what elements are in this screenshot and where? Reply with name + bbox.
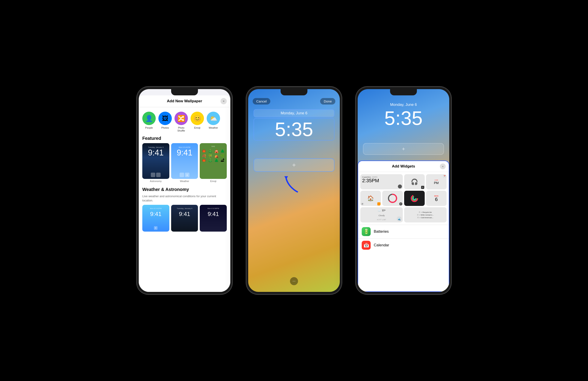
option-weather[interactable]: ⛅ Weather	[207, 112, 220, 132]
people-icon: 👤	[142, 112, 156, 125]
fitness-widget[interactable]: ⏱	[382, 191, 403, 206]
cal-month: 2:00	[435, 179, 438, 181]
aw-close-icon: ×	[442, 165, 444, 168]
weather-temp: 77°	[382, 209, 386, 212]
shuffle-icon: 🔀	[174, 112, 188, 125]
preview-clock-astro: 9:41	[142, 148, 169, 158]
home-icon: 🏠	[367, 195, 374, 201]
weather-small-widget[interactable]: ☁️ 77° Cloudy H:77° L:60° 🌊	[360, 207, 403, 222]
calendar-widget[interactable]: 2:00 PM 📅	[426, 174, 447, 189]
widgets-grid: Cupertino -3HRS 2:35PM 🎧 ⏱ 2:00 PM 📅	[358, 172, 449, 225]
add-widgets-title: Add Widgets	[392, 164, 415, 169]
cal-6: 6	[435, 197, 438, 202]
option-photos-label: Photos	[161, 126, 169, 129]
calendar-app-label: Calendar	[374, 243, 389, 247]
add-widgets-header: Add Widgets ×	[358, 161, 449, 172]
photos-icon: 🖼	[158, 112, 172, 125]
calendar-app-icon: 📅	[362, 241, 371, 250]
batteries-app-row[interactable]: 🔋 Batteries	[358, 225, 449, 238]
cal-day: PM	[434, 181, 439, 185]
preview-date-emoji: 9:41	[200, 145, 227, 147]
option-shuffle-label: PhotoShuffle	[177, 126, 185, 132]
mini-widget	[180, 173, 184, 177]
option-emoji-label: Emoji	[194, 126, 200, 129]
add-wallpaper-modal: Add New Wallpaper × 👤 People 🖼 Photos 🔀 …	[139, 95, 230, 292]
featured-item-astronomy[interactable]: Tuesday, January 9 9:41 Astronomy	[142, 143, 169, 182]
weather-preview-space[interactable]: Mon 8 9:58PM 9:41	[200, 205, 227, 232]
weather-preview-blue[interactable]: Mon 8 9:41PM 9:41 🌡	[142, 205, 169, 232]
clock-mini-icon	[398, 184, 402, 188]
phone-1: Add New Wallpaper × 👤 People 🖼 Photos 🔀 …	[136, 86, 232, 295]
wallpaper-type-list: 👤 People 🖼 Photos 🔀 PhotoShuffle 😊 Emoji…	[139, 107, 230, 135]
mini-widget: 🌡	[185, 173, 189, 177]
featured-item-emoji[interactable]: 9:41 🍁 🎄 🎪 🌲 🍂 🎋 ⛺ 🌿 🍁 🎄	[200, 143, 227, 182]
featured-grid: Tuesday, January 9 9:41 Astronomy Mon 8 …	[139, 143, 230, 182]
close-icon: ×	[223, 99, 225, 103]
lockscreen-time: 5:35	[253, 118, 335, 140]
reminders-widget[interactable]: ○ Recycle bin ○ Write nomad e... ○ Call …	[404, 207, 447, 222]
remind-item-2: ○ Write nomad e...	[417, 214, 434, 216]
p3-widget-area[interactable]: +	[363, 143, 444, 155]
airpods-icon: 🎧	[411, 179, 418, 185]
weather-preview: Mon 8 9:41PM 9:41 🌡	[171, 143, 198, 179]
preview-widgets-weather: 🌡	[171, 173, 198, 177]
add-widgets-close-button[interactable]: ×	[440, 163, 446, 169]
p3-date: Monday, June 6	[358, 102, 449, 107]
featured-item-weather[interactable]: Mon 8 9:41PM 9:41 🌡 Weather	[171, 143, 198, 182]
add-widgets-panel: Add Widgets × Cupertino -3HRS 2:35PM 🎧	[358, 160, 449, 292]
p3-plus-icon: +	[402, 146, 405, 152]
weather-icon-btn: ⛅	[207, 112, 220, 125]
option-people-label: People	[145, 126, 153, 129]
activity-widget[interactable]	[404, 191, 425, 206]
modal-close-button[interactable]: ×	[220, 98, 227, 104]
activity-rings-icon	[410, 194, 419, 202]
phone-3-screen: Monday, June 6 5:35 + Add Widgets × Cupe…	[358, 89, 449, 292]
astronomy-preview: Tuesday, January 9 9:41	[142, 143, 169, 179]
remind-item-3: ○ Call American...	[417, 217, 433, 219]
emoji-label: Emoji	[200, 180, 227, 182]
section2-desc: Live weather and astronomical conditions…	[139, 194, 230, 204]
weather-label: Weather	[171, 180, 198, 182]
section2-title: Weather & Astronomy	[139, 186, 230, 194]
airpods-widget[interactable]: 🎧 ⏱	[404, 174, 425, 189]
remind-item-1: ○ Recycle bin	[419, 211, 432, 213]
featured-section-title: Featured	[139, 135, 230, 143]
preview-widgets-astro	[142, 173, 169, 177]
notch-3	[390, 89, 417, 95]
arrow-annotation	[279, 169, 306, 197]
home-widget[interactable]: 🏠 ⏱	[360, 191, 381, 206]
weather-previews: Mon 8 9:41PM 9:41 🌡 Tuesday, January 9 9…	[139, 205, 230, 232]
modal-header: Add New Wallpaper ×	[139, 95, 230, 107]
option-emoji[interactable]: 😊 Emoji	[190, 112, 204, 132]
widget-plus-icon: +	[292, 161, 296, 169]
weather-widget-large[interactable]: Cupertino -3HRS 2:35PM	[360, 174, 403, 189]
option-people[interactable]: 👤 People	[142, 112, 156, 132]
emoji-preview: 9:41 🍁 🎄 🎪 🌲 🍂 🎋 ⛺ 🌿 🍁 🎄	[200, 143, 227, 179]
done-button[interactable]: Done	[320, 98, 335, 104]
weather-range: H:77° L:60°	[377, 219, 386, 221]
option-shuffle[interactable]: 🔀 PhotoShuffle	[174, 112, 188, 132]
phone-2-screen: Cancel Done Monday, June 6 5:35 + ···	[248, 89, 340, 292]
notch-1	[171, 89, 198, 95]
mini-widget	[156, 173, 161, 177]
lockscreen-options-dots: ···	[248, 277, 340, 285]
calendar-square-widget[interactable]: MON 6	[426, 191, 447, 206]
option-photos[interactable]: 🖼 Photos	[158, 112, 172, 132]
option-weather-label: Weather	[209, 126, 218, 129]
astronomy-label: Astronomy	[142, 180, 169, 182]
mini-widget	[151, 173, 155, 177]
calendar-app-row[interactable]: 📅 Calendar	[358, 238, 449, 252]
lockscreen-date: Monday, June 6	[253, 109, 335, 117]
fitness-rings-icon	[388, 193, 398, 203]
weather-cond: Cloudy	[378, 214, 385, 217]
weather-preview-dark[interactable]: Tuesday, January 9 9:41	[171, 205, 198, 232]
batteries-app-label: Batteries	[374, 229, 389, 234]
p3-time: 5:35	[358, 108, 449, 128]
emoji-grid: 🍁 🎄 🎪 🌲 🍂 🎋 ⛺ 🌿 🍁 🎄 🌲 🏕	[200, 148, 227, 164]
svg-point-4	[413, 197, 416, 200]
cancel-button[interactable]: Cancel	[253, 98, 270, 104]
dots-button[interactable]: ···	[290, 277, 298, 285]
notch-2	[281, 89, 307, 95]
modal-title: Add New Wallpaper	[167, 99, 202, 103]
phone-1-screen: Add New Wallpaper × 👤 People 🖼 Photos 🔀 …	[139, 89, 230, 292]
